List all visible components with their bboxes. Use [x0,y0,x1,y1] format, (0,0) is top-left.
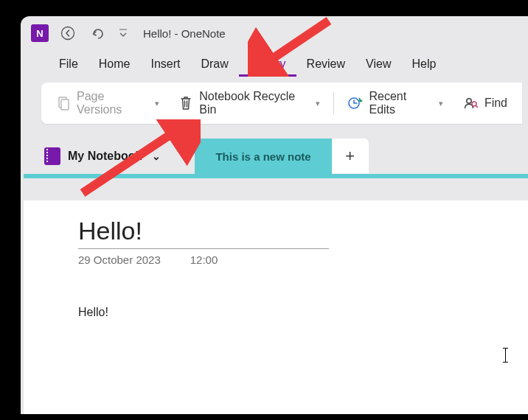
back-button[interactable] [58,23,78,43]
page-versions-label: Page Versions [77,90,146,116]
text-cursor-icon [505,348,506,363]
menu-draw[interactable]: Draw [190,53,238,77]
menubar: File Home Insert Draw History Review Vie… [21,50,528,83]
recent-edits-icon [347,95,363,111]
section-tab-current[interactable]: This is a new note [195,139,331,174]
chevron-down-icon [119,28,128,38]
svg-point-5 [467,99,471,103]
menu-file[interactable]: File [49,53,88,77]
recent-edits-button[interactable]: Recent Edits ▾ [341,90,448,116]
svg-rect-3 [61,99,69,110]
chevron-down-icon: ▾ [316,99,320,108]
svg-line-7 [476,105,478,108]
recycle-bin-button[interactable]: Notebook Recycle Bin ▾ [173,90,325,116]
recent-edits-label: Recent Edits [369,90,429,116]
svg-point-0 [62,27,74,40]
page-editor[interactable]: Hello! 29 October 2023 12:00 Hello! [24,200,528,414]
chevron-down-icon: ⌄ [152,150,161,162]
section-underline [24,174,528,178]
page-body[interactable]: Hello! [78,306,528,319]
section-tab-label: This is a new note [215,150,310,163]
add-section-button[interactable]: + [332,139,369,174]
notebook-icon [44,147,60,165]
notebook-bar: My Notebook ⌄ This is a new note + [21,139,528,174]
trash-icon [178,95,193,111]
notebook-name-label: My Notebook [68,150,142,163]
page-date: 29 October 2023 [78,253,161,266]
ribbon: Page Versions ▾ Notebook Recycle Bin ▾ R… [41,83,522,124]
menu-home[interactable]: Home [88,53,141,77]
qat-more-button[interactable] [117,23,130,43]
plus-icon: + [345,147,355,166]
notebook-selector[interactable]: My Notebook ⌄ [41,139,173,174]
menu-view[interactable]: View [355,53,401,77]
app-icon: N [31,24,49,42]
back-arrow-icon [60,26,75,41]
page-title-field[interactable]: Hello! [78,217,329,249]
menu-insert[interactable]: Insert [140,53,190,77]
menu-review[interactable]: Review [296,53,355,77]
undo-icon [89,25,105,41]
ribbon-separator [333,92,334,114]
titlebar: N Hello! - OneNote [21,16,528,50]
chevron-down-icon: ▾ [155,99,159,108]
page-versions-button[interactable]: Page Versions ▾ [50,90,165,116]
find-by-author-button[interactable]: Find [456,95,513,111]
onenote-window: N Hello! - OneNote File Home Insert Draw [21,16,528,414]
undo-button[interactable] [87,23,108,43]
menu-help[interactable]: Help [401,53,446,77]
chevron-down-icon: ▾ [439,99,443,108]
find-author-icon [462,95,479,111]
page-time: 12:00 [190,253,218,266]
page-versions-icon [56,96,71,111]
find-label: Find [484,97,507,110]
window-title: Hello! - OneNote [143,27,226,40]
recycle-bin-label: Notebook Recycle Bin [199,90,306,116]
menu-history[interactable]: History [239,53,296,77]
page-meta: 29 October 2023 12:00 [78,253,528,266]
